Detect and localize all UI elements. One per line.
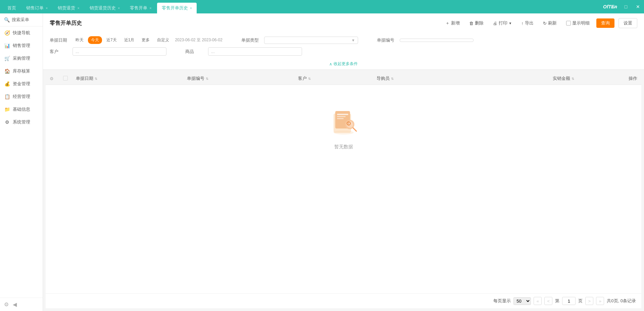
inventory-icon: 🏠 (4, 68, 10, 74)
th-number[interactable]: 单据编号⇅ (183, 72, 294, 85)
sidebar-collapse-icon[interactable]: ◀ (13, 301, 17, 308)
th-guide[interactable]: 导购员⇅ (373, 72, 467, 85)
tab-close-sales-return-history[interactable]: × (118, 6, 120, 10)
tab-label-retail-open-history: 零售开单历史 (162, 5, 188, 11)
sort-icon-guide[interactable]: ⇅ (391, 77, 394, 81)
print-button[interactable]: 🖨 打印 ▼ (490, 19, 515, 28)
tab-retail-open-history[interactable]: 零售开单历史× (157, 3, 197, 13)
data-table: ⚙单据日期⇅单据编号⇅客户⇅导购员⇅实销金额⇅操作 (46, 72, 641, 170)
first-page-button[interactable]: « (534, 297, 542, 305)
settings-label: 设置 (624, 20, 632, 26)
quick-nav-icon: 🧭 (4, 30, 10, 36)
tab-home[interactable]: 首页 (3, 3, 21, 13)
sidebar-label-purchase-mgmt: 采购管理 (13, 55, 30, 61)
export-button[interactable]: ↑ 导出 (519, 19, 537, 28)
query-button[interactable]: 查询 (596, 18, 614, 28)
sidebar-item-inventory[interactable]: 🏠库存核算 (0, 65, 43, 77)
page-number-input[interactable] (562, 297, 576, 305)
tab-label-retail-open: 零售开单 (130, 5, 147, 11)
sidebar-item-sys-mgmt[interactable]: ⚙系统管理 (0, 116, 43, 128)
th-customer[interactable]: 客户⇅ (294, 72, 372, 85)
header-checkbox[interactable] (63, 76, 68, 81)
refresh-icon: ↻ (543, 21, 547, 26)
sidebar-settings-icon[interactable]: ⚙ (4, 301, 9, 308)
delete-icon: 🗑 (469, 21, 474, 26)
sidebar-item-sales-mgmt[interactable]: 📊销售管理 (0, 39, 43, 52)
sidebar: 🔍 搜索采单 🧭快捷导航📊销售管理🛒采购管理🏠库存核算💰资金管理📋经营管理📁基础… (0, 13, 43, 311)
add-button[interactable]: ＋ 新增 (443, 19, 462, 28)
close-button[interactable]: ✕ (632, 0, 644, 13)
print-label: 打印 (499, 20, 507, 26)
svg-rect-3 (337, 114, 348, 115)
date-btn-昨天[interactable]: 昨天 (72, 36, 87, 44)
page-label: 第 (555, 298, 559, 304)
sort-icon-number[interactable]: ⇅ (206, 77, 208, 81)
sidebar-item-operations[interactable]: 📋经营管理 (0, 90, 43, 103)
page-title: 零售开单历史 (50, 20, 82, 27)
tab-close-sales-return[interactable]: × (77, 6, 79, 10)
date-btn-近7天[interactable]: 近7天 (103, 36, 120, 44)
settings-button[interactable]: 设置 (618, 18, 637, 28)
type-select[interactable]: ▼ (264, 37, 358, 44)
number-input[interactable] (400, 39, 474, 42)
finance-icon: 💰 (4, 81, 10, 87)
empty-row: 暂无数据 (46, 85, 641, 170)
filter-row-1: 单据日期 昨天今天近7天近1月更多自定义 2023-06-02 至 2023-0… (50, 36, 637, 44)
tab-sales-order[interactable]: 销售订单× (21, 3, 52, 13)
next-page-button[interactable]: > (585, 297, 593, 305)
sidebar-item-base-info[interactable]: 📁基础信息 (0, 103, 43, 116)
sidebar-label-quick-nav: 快捷导航 (13, 30, 30, 36)
content-area: 零售开单历史 ＋ 新增 🗑 删除 🖨 打印 ▼ (43, 13, 644, 311)
refresh-button[interactable]: ↻ 刷新 (540, 19, 559, 28)
display-detail-button[interactable]: 显示明细 (563, 19, 592, 28)
table-container: ⚙单据日期⇅单据编号⇅客户⇅导购员⇅实销金额⇅操作 (46, 72, 641, 293)
svg-line-8 (353, 128, 356, 131)
display-label: 显示明细 (572, 20, 590, 26)
print-arrow: ▼ (509, 21, 512, 25)
tab-close-retail-open-history[interactable]: × (190, 6, 192, 10)
sort-icon-customer[interactable]: ⇅ (308, 77, 311, 81)
th-date[interactable]: 单据日期⇅ (72, 72, 183, 85)
add-label: 新增 (451, 20, 460, 26)
delete-button[interactable]: 🗑 删除 (466, 19, 486, 28)
tab-label-sales-return-history: 销货退货历史 (90, 5, 116, 11)
sort-icon-amount[interactable]: ⇅ (572, 77, 574, 81)
tab-close-sales-order[interactable]: × (46, 6, 48, 10)
sidebar-item-purchase-mgmt[interactable]: 🛒采购管理 (0, 52, 43, 65)
sidebar-bottom: ⚙ ◀ (0, 298, 43, 311)
collapse-bar[interactable]: ∧ 收起更多条件 (50, 59, 637, 69)
date-btn-自定义[interactable]: 自定义 (154, 36, 172, 44)
collapse-up-icon: ∧ (329, 62, 332, 66)
date-btn-更多[interactable]: 更多 (139, 36, 153, 44)
tabs-container: 首页销售订单×销货退货×销货退货历史×零售开单×零售开单历史× (3, 0, 197, 13)
customer-input[interactable]: ... (72, 47, 166, 56)
type-select-arrow: ▼ (351, 38, 355, 42)
pagination-bar: 每页显示 50 10 20 100 « < 第 页 > » 共0页, 0条记录 (46, 293, 641, 308)
goods-input[interactable]: ... (208, 47, 302, 56)
date-btn-近1月[interactable]: 近1月 (121, 36, 138, 44)
sidebar-label-inventory: 库存核算 (13, 68, 30, 74)
table-head: ⚙单据日期⇅单据编号⇅客户⇅导购员⇅实销金额⇅操作 (46, 72, 641, 85)
date-btn-今天[interactable]: 今天 (88, 36, 102, 44)
minimize-button[interactable]: — (608, 0, 620, 13)
sidebar-search[interactable]: 🔍 搜索采单 (0, 13, 43, 27)
tab-close-retail-open[interactable]: × (149, 6, 151, 10)
tab-sales-return-history[interactable]: 销货退货历史× (85, 3, 125, 13)
sidebar-item-finance[interactable]: 💰资金管理 (0, 77, 43, 90)
th-label-customer: 客户 (298, 76, 307, 81)
sidebar-item-quick-nav[interactable]: 🧭快捷导航 (0, 27, 43, 39)
th-amount[interactable]: 实销金额⇅ (467, 72, 578, 85)
tab-retail-open[interactable]: 零售开单× (125, 3, 156, 13)
table-settings-icon[interactable]: ⚙ (50, 76, 54, 81)
tab-sales-return[interactable]: 销货退货× (53, 3, 84, 13)
prev-page-button[interactable]: < (544, 297, 552, 305)
page-size-select[interactable]: 50 10 20 100 (513, 297, 531, 305)
filter-row-2: 客户 ... 商品 ... (50, 47, 637, 56)
number-filter-label: 单据编号 (377, 37, 397, 43)
th-label-date: 单据日期 (76, 76, 93, 81)
export-icon: ↑ (522, 21, 524, 26)
total-text: 共0页, 0条记录 (607, 298, 636, 304)
last-page-button[interactable]: » (596, 297, 604, 305)
maximize-button[interactable]: □ (620, 0, 632, 13)
sort-icon-date[interactable]: ⇅ (95, 77, 97, 81)
